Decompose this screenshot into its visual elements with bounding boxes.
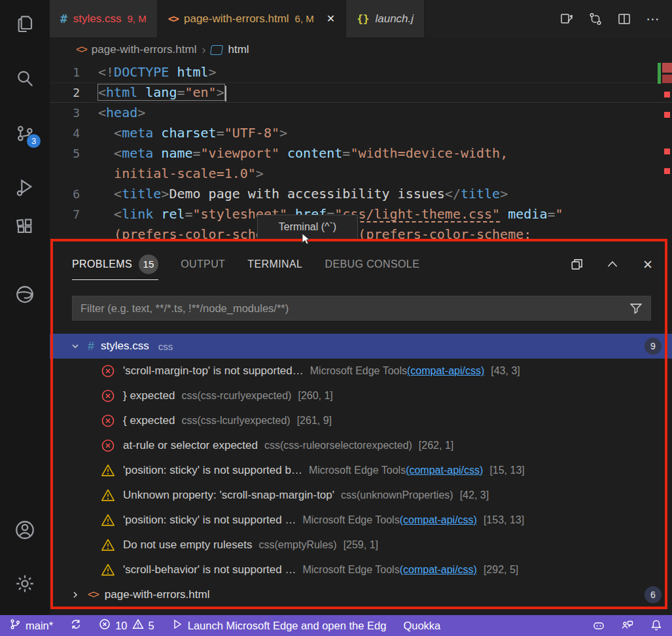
error-icon (101, 438, 115, 453)
close-tab-icon[interactable]: ✕ (327, 12, 335, 25)
tab-styles-css[interactable]: # styles.css 9, M (50, 0, 158, 37)
vscode-window: { "colors": { "status_bar_bg": "#6852c6"… (0, 0, 672, 636)
problem-message: 'position: sticky' is not supported … (123, 514, 296, 527)
code-line[interactable]: 3<head> (50, 103, 672, 123)
symbol-html-icon (210, 45, 223, 55)
code-line[interactable]: initial-scale=1.0"> (50, 164, 672, 184)
chevron-right-icon (69, 590, 81, 600)
breadcrumb-file[interactable]: page-with-errors.html (92, 43, 197, 56)
problems-group-styles-css[interactable]: # styles.css css 9 (50, 334, 672, 359)
tab-page-with-errors-html[interactable]: <> page-with-errors.html 6, M ✕ (158, 0, 346, 37)
problem-row[interactable]: { expectedcss(css-lcurlyexpected)[261, 9… (50, 408, 672, 433)
line-number: 1 (50, 62, 98, 82)
close-panel-icon[interactable]: ✕ (638, 255, 658, 274)
problem-message: } expected (123, 389, 175, 402)
tab-label: page-with-errors.html (184, 12, 289, 26)
overview-error-mark (664, 168, 670, 174)
compat-api-link[interactable]: (compat-api/css) (406, 465, 483, 476)
breadcrumb: <> page-with-errors.html › html (50, 37, 672, 62)
gear-icon (14, 573, 36, 597)
launch-label: Launch Microsoft Edge and open the Edg (188, 620, 387, 632)
maximize-panel-icon[interactable] (603, 255, 622, 274)
explorer-activity-button[interactable] (0, 10, 50, 39)
minimap-error-mark (662, 75, 672, 83)
problem-message: { expected (123, 414, 175, 427)
source-control-compare-icon[interactable] (586, 9, 605, 29)
branch-name: main* (26, 620, 53, 632)
group-file-name: styles.css (101, 340, 149, 353)
problem-location: [153, 13] (484, 514, 524, 526)
problem-row[interactable]: 'scroll-behavior' is not supported …Micr… (50, 557, 672, 582)
code-line[interactable]: 6 <title>Demo page with accessibility is… (50, 184, 672, 204)
breadcrumb-symbol[interactable]: html (228, 43, 249, 56)
code-line[interactable]: 5 <meta name="viewport" content="width=d… (50, 143, 672, 164)
text-cursor (225, 86, 226, 101)
accounts-activity-button[interactable] (0, 517, 50, 546)
code-line[interactable]: 4 <meta charset="UTF-8"> (50, 123, 672, 143)
error-count: 10 (115, 620, 127, 632)
settings-activity-button[interactable] (0, 571, 50, 599)
more-actions-icon[interactable]: ⋯ (643, 9, 663, 29)
run-debug-icon (14, 177, 35, 200)
problem-row[interactable]: 'position: sticky' is not supported b…Mi… (50, 458, 672, 483)
tab-problem-decoration: 9, M (128, 13, 147, 24)
search-icon (14, 68, 35, 92)
compat-api-link[interactable]: (compat-api/css) (400, 514, 477, 526)
panel-tab-debug-console[interactable]: DEBUG CONSOLE (325, 249, 419, 280)
code-text: <title>Demo page with accessibility issu… (98, 184, 672, 204)
chevron-down-icon (69, 341, 81, 351)
overview-error-mark (664, 92, 670, 97)
overview-error-mark (664, 112, 670, 118)
tab-label: styles.css (73, 12, 122, 26)
notifications-bell-icon[interactable] (650, 619, 663, 632)
tab-launch-json[interactable]: {} launch.j (346, 0, 425, 37)
problem-location: [262, 1] (419, 440, 453, 451)
code-text: <html lang="en"> (98, 82, 672, 103)
split-editor-icon[interactable] (614, 9, 634, 29)
launch-edge-item[interactable]: Launch Microsoft Edge and open the Edg (171, 618, 387, 633)
problem-row[interactable]: at-rule or selector expectedcss(css-rule… (50, 433, 672, 458)
sync-item[interactable] (70, 618, 82, 633)
problem-row[interactable]: Do not use empty rulesetscss(emptyRules)… (50, 533, 672, 557)
code-text: <!DOCTYPE html> (98, 62, 672, 82)
account-icon (14, 519, 36, 544)
minimap-git-mark (658, 63, 661, 84)
problems-filter-input[interactable] (73, 302, 629, 315)
problem-row[interactable]: 'position: sticky' is not supported …Mic… (50, 508, 672, 533)
quokka-item[interactable]: Quokka (403, 620, 440, 632)
edge-devtools-activity-button[interactable] (0, 281, 50, 310)
line-number: 3 (50, 103, 98, 123)
line-number: 7 (50, 204, 98, 224)
source-control-activity-button[interactable]: 3 (0, 120, 50, 149)
group-problem-count-badge: 9 (645, 338, 662, 355)
compat-api-link[interactable]: (compat-api/css) (407, 365, 484, 377)
panel-tab-terminal[interactable]: TERMINAL (247, 249, 302, 280)
extensions-activity-button[interactable] (0, 213, 50, 242)
run-debug-activity-button[interactable] (0, 174, 50, 203)
git-branch-item[interactable]: main* (9, 618, 53, 633)
problem-source: css(css-lcurlyexpected) (181, 415, 290, 427)
compat-api-link[interactable]: (compat-api/css) (400, 564, 477, 576)
problem-message: 'position: sticky' is not supported b… (123, 464, 302, 477)
tab-problem-decoration: 6, M (295, 13, 314, 24)
code-text: <head> (98, 103, 672, 123)
problem-row[interactable]: Unknown property: 'scroll-snap-margin-to… (50, 483, 672, 508)
group-file-name: page-with-errors.html (105, 588, 210, 601)
files-icon (14, 13, 35, 37)
problems-list: 'scroll-margin-top' is not supported…Mic… (50, 359, 672, 582)
panel-tab-output[interactable]: OUTPUT (181, 249, 225, 280)
problems-status-item[interactable]: 10 5 (99, 618, 154, 633)
problems-group-page-with-errors[interactable]: <> page-with-errors.html 6 (50, 582, 672, 607)
restore-panel-icon[interactable] (567, 255, 587, 274)
code-line[interactable]: 1<!DOCTYPE html> (50, 62, 672, 82)
search-activity-button[interactable] (0, 65, 50, 94)
code-line[interactable]: 2<html lang="en"> (50, 82, 672, 103)
editor-code: 1<!DOCTYPE html>2<html lang="en">3<head>… (50, 62, 672, 245)
problem-row[interactable]: } expectedcss(css-rcurlyexpected)[260, 1… (50, 383, 672, 408)
copilot-icon[interactable] (592, 619, 605, 632)
panel-tab-problems[interactable]: PROBLEMS 15 (72, 249, 158, 280)
feedback-icon[interactable] (621, 619, 634, 632)
problem-row[interactable]: 'scroll-margin-top' is not supported…Mic… (50, 359, 672, 383)
open-changes-icon[interactable] (557, 9, 576, 29)
code-line[interactable]: 7 <link rel="stylesheet" href="css/light… (50, 204, 672, 224)
